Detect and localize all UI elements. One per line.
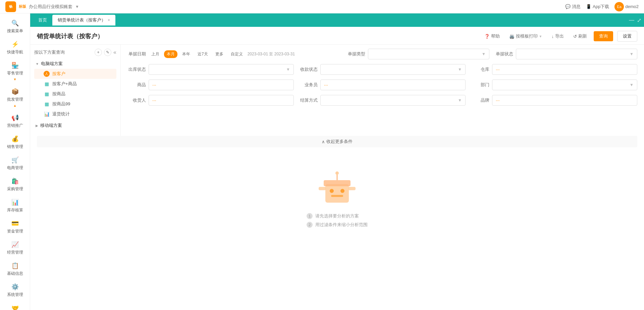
sidebar-item-search-menu[interactable]: 🔍 搜索菜单 [0, 16, 30, 37]
tab-maximize-btn[interactable]: ⤢ [637, 17, 641, 23]
scheme-item-return-stats[interactable]: 📊 退货统计 [34, 109, 116, 119]
recipient-label: 收货人 [127, 97, 146, 103]
collapse-icon: ∧ [322, 139, 325, 144]
sidebar-item-ecommerce[interactable]: 🛒 电商管理 [0, 153, 30, 174]
user-menu[interactable]: Ea demo2 [614, 2, 639, 11]
scheme-collapse-btn[interactable]: « [113, 49, 116, 56]
recipient-input[interactable]: ··· [149, 95, 294, 106]
settings-btn[interactable]: 设置 [617, 31, 637, 42]
product-label: 商品 [127, 82, 146, 88]
help-btn[interactable]: ❓ 帮助 [482, 32, 502, 41]
app-download-btn[interactable]: 📱 App下载 [586, 4, 609, 10]
warehouse-input[interactable]: ··· [492, 64, 637, 75]
print-icon: 🖨️ [509, 34, 515, 39]
tab-close-btn[interactable]: × [108, 18, 110, 22]
export-btn[interactable]: ↓ 导出 [549, 32, 567, 41]
date-btn-this-year[interactable]: 本年 [179, 50, 193, 58]
filter-item-settlement: 结算方式 ▼ [299, 95, 466, 106]
scheme-group-desktop: ▼ 电脑端方案 人 按客户 ▦ 按客户+商品 [34, 59, 116, 119]
query-btn[interactable]: 查询 [594, 31, 613, 41]
settlement-select[interactable]: ▼ [320, 95, 466, 106]
payment-status-arrow: ▼ [458, 67, 462, 72]
date-btn-custom[interactable]: 自定义 [228, 50, 246, 58]
refresh-btn[interactable]: ↺ 刷新 [571, 32, 590, 41]
svg-point-2 [330, 189, 334, 193]
sidebar-item-purchase[interactable]: 🛍️ 采购管理 [0, 174, 30, 195]
app-subtitle: 标版 [19, 4, 26, 9]
page-header: 销货单统计表（按客户） ❓ 帮助 🖨️ 按模板打印 ▼ ↓ [30, 27, 644, 45]
payment-status-select[interactable]: ▼ [320, 64, 466, 75]
scheme-icon-customer: 人 [44, 71, 50, 77]
collapse-more-btn[interactable]: ∧ 收起更多条件 [37, 136, 637, 147]
scheme-item-by-product-99[interactable]: ▦ 按商品99 [34, 99, 116, 109]
filter-item-warehouse: 仓库 ··· [471, 64, 637, 75]
scheme-edit-btn[interactable]: ✎ [104, 49, 111, 56]
filter-item-date: 单据日期 上月 本月 本年 近7天 更多 自定义 [127, 50, 341, 58]
svg-point-3 [340, 189, 344, 193]
doc-status-label: 单据状态 [495, 51, 513, 57]
top-bar-title: 办公用品行业模拟账套 [29, 4, 72, 10]
scheme-group-header-desktop[interactable]: ▼ 电脑端方案 [34, 59, 116, 69]
sidebar-item-marketing[interactable]: 📢 营销推广 [0, 111, 30, 132]
empty-tip-2: 2 用过滤条件来缩小分析范围 [307, 222, 368, 228]
sidebar-item-quick-nav[interactable]: ⚡ 快捷导航 [0, 37, 30, 58]
doc-type-select[interactable]: ▼ [368, 49, 489, 59]
sidebar-item-inventory[interactable]: 📊 库存核算 [0, 195, 30, 216]
tab-bar: 首页 销货单统计表（按客户） × — ⤢ [30, 13, 644, 27]
svg-rect-7 [319, 187, 326, 190]
doc-status-select[interactable]: ▼ [516, 49, 637, 59]
scheme-icon-product: ▦ [44, 91, 50, 97]
message-btn[interactable]: 💬 消息 [565, 4, 581, 10]
department-label: 部门 [471, 82, 489, 88]
top-bar-right: 💬 消息 📱 App下载 Ea demo2 [565, 2, 639, 11]
sidebar-item-wholesale[interactable]: 📦 批发管理 ▲ [0, 85, 30, 111]
scheme-icon-return: 📊 [44, 111, 50, 117]
out-status-select[interactable]: ▼ [149, 64, 294, 75]
scheme-item-by-customer-product[interactable]: ▦ 按客户+商品 [34, 79, 116, 89]
scheme-item-by-product[interactable]: ▦ 按商品 [34, 89, 116, 99]
scheme-group-header-mobile[interactable]: ▶ 移动端方案 [34, 120, 116, 131]
tab-active[interactable]: 销货单统计表（按客户） × [52, 15, 115, 25]
settlement-arrow: ▼ [458, 98, 462, 103]
tab-minimize-btn[interactable]: — [629, 17, 634, 23]
filter-item-recipient: 收货人 ··· [127, 95, 294, 106]
tip-num-2: 2 [307, 222, 313, 228]
svg-rect-1 [324, 180, 351, 186]
date-btn-this-month[interactable]: 本月 [164, 50, 177, 58]
empty-tip-1: 1 请先选择要分析的方案 [307, 213, 368, 219]
message-icon: 💬 [565, 4, 571, 9]
mobile-group-arrow: ▶ [36, 124, 38, 127]
department-select[interactable]: ▼ [492, 80, 637, 90]
sidebar-item-finance[interactable]: 💳 资金管理 [0, 216, 30, 238]
warehouse-dots: ··· [496, 67, 500, 72]
scheme-icon-product99: ▦ [44, 101, 50, 107]
date-btn-more[interactable]: 更多 [213, 50, 226, 58]
scheme-item-by-customer[interactable]: 人 按客户 [34, 69, 116, 79]
sidebar-item-enterprise-collab[interactable]: 🤝 企业协同 [0, 301, 30, 310]
doc-status-arrow: ▼ [630, 52, 634, 56]
sidebar-item-basic[interactable]: 📋 基础信息 [0, 259, 30, 280]
scheme-add-btn[interactable]: + [95, 49, 102, 56]
tab-home[interactable]: 首页 [33, 15, 52, 25]
brand-input[interactable]: ··· [492, 95, 637, 106]
product-input[interactable]: ··· [149, 80, 294, 90]
top-dropdown-arrow[interactable]: ▼ [75, 4, 79, 9]
sidebar-item-sales[interactable]: 💰 销售管理 [0, 132, 30, 153]
warehouse-label: 仓库 [471, 66, 489, 72]
collab-icon: 🤝 [11, 304, 19, 310]
filter-item-department: 部门 ▼ [471, 80, 637, 90]
filter-item-doc-status: 单据状态 ▼ [495, 49, 637, 59]
purchase-icon: 🛍️ [11, 177, 19, 185]
date-btn-7days[interactable]: 近7天 [195, 50, 211, 58]
salesperson-input[interactable]: ··· [320, 80, 466, 90]
search-icon: 🔍 [11, 19, 19, 27]
date-btn-last-month[interactable]: 上月 [149, 50, 162, 58]
brand-dots: ··· [496, 98, 500, 103]
page-actions: ❓ 帮助 🖨️ 按模板打印 ▼ ↓ 导出 ↺ [482, 31, 637, 42]
filter-row-3: 商品 ··· 业务员 ··· [127, 80, 637, 90]
filter-item-brand: 品牌 ··· [471, 95, 637, 106]
sidebar-item-ops[interactable]: 📈 经营管理 [0, 238, 30, 259]
print-btn[interactable]: 🖨️ 按模板打印 ▼ [506, 32, 545, 41]
sidebar-item-retail[interactable]: 🏪 零售管理 ▼ [0, 58, 30, 85]
sidebar-item-system[interactable]: ⚙️ 系统管理 [0, 280, 30, 301]
